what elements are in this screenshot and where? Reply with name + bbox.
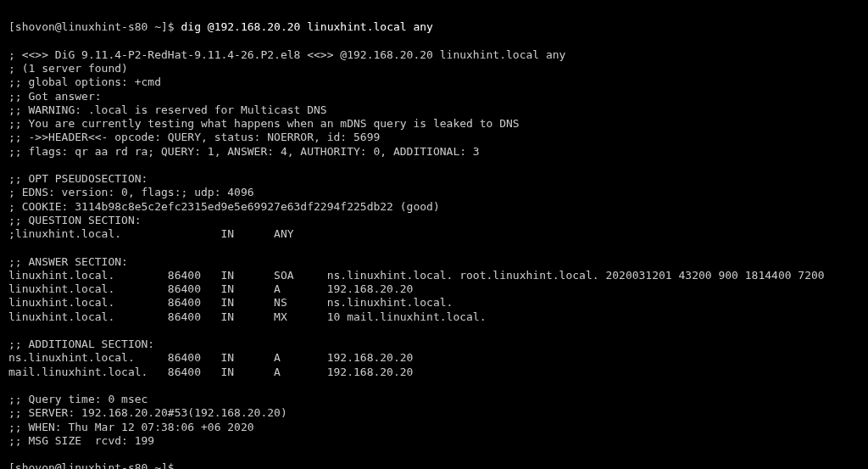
server-line: ;; SERVER: 192.168.20.20#53(192.168.20.2… <box>8 406 287 419</box>
answer-row: linuxhint.local. 86400 IN SOA ns.linuxhi… <box>8 269 825 282</box>
opt-section-title: ;; OPT PSEUDOSECTION: <box>8 172 147 185</box>
answer-row: linuxhint.local. 86400 IN A 192.168.20.2… <box>8 282 413 295</box>
server-found: ; (1 server found) <box>8 62 128 75</box>
dig-banner: ; <<>> DiG 9.11.4-P2-RedHat-9.11.4-26.P2… <box>8 48 565 61</box>
answer-row: linuxhint.local. 86400 IN MX 10 mail.lin… <box>8 310 487 323</box>
additional-row: mail.linuxhint.local. 86400 IN A 192.168… <box>8 366 413 378</box>
response-flags: ;; flags: qr aa rd ra; QUERY: 1, ANSWER:… <box>8 145 480 158</box>
msg-size: ;; MSG SIZE rcvd: 199 <box>8 434 154 447</box>
global-options: ;; global options: +cmd <box>8 75 161 88</box>
edns-line: ; EDNS: version: 0, flags:; udp: 4096 <box>8 186 254 198</box>
warning-mdns-2: ;; You are currently testing what happen… <box>8 117 520 130</box>
shell-prompt: [shovon@linuxhint-s80 ~]$ <box>8 20 181 33</box>
cookie-line: ; COOKIE: 3114b98c8e5c2efc2315ed9e5e6992… <box>8 200 440 213</box>
question-section-title: ;; QUESTION SECTION: <box>8 214 142 226</box>
terminal-output: [shovon@linuxhint-s80 ~]$ dig @192.168.2… <box>0 0 868 469</box>
question-row: ;linuxhint.local. IN ANY <box>8 227 294 240</box>
got-answer: ;; Got answer: <box>8 90 102 103</box>
when-line: ;; WHEN: Thu Mar 12 07:38:06 +06 2020 <box>8 421 254 433</box>
query-time: ;; Query time: 0 msec <box>8 393 147 405</box>
additional-row: ns.linuxhint.local. 86400 IN A 192.168.2… <box>8 351 413 364</box>
entered-command: dig @192.168.20.20 linuxhint.local any <box>181 20 433 33</box>
answer-section-title: ;; ANSWER SECTION: <box>8 255 128 268</box>
shell-prompt[interactable]: [shovon@linuxhint-s80 ~]$ <box>8 461 181 469</box>
response-header: ;; ->>HEADER<<- opcode: QUERY, status: N… <box>8 131 380 143</box>
warning-mdns-1: ;; WARNING: .local is reserved for Multi… <box>8 103 327 116</box>
answer-row: linuxhint.local. 86400 IN NS ns.linuxhin… <box>8 296 453 309</box>
additional-section-title: ;; ADDITIONAL SECTION: <box>8 338 154 350</box>
